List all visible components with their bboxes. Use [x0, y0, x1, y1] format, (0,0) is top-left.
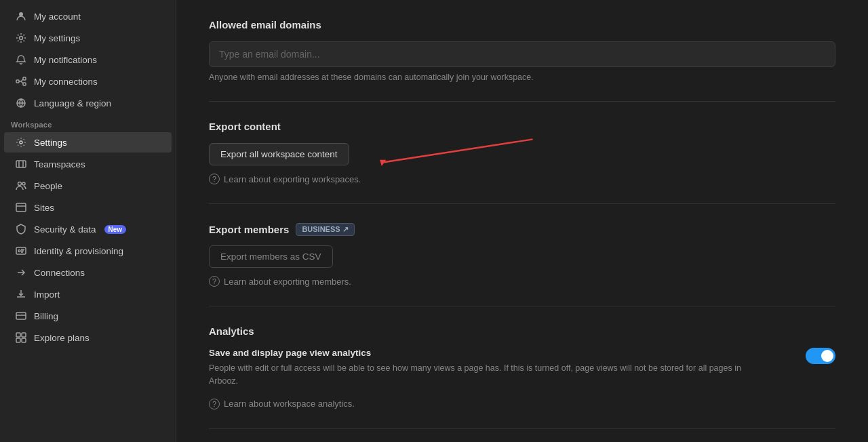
learn-export-members-link[interactable]: ? Learn about exporting members.: [209, 276, 835, 287]
sidebar-item-my-settings[interactable]: My settings: [4, 28, 172, 48]
allowed-email-helper: Anyone with email addresses at these dom…: [209, 73, 835, 82]
export-members-section: Export members BUSINESS ↗ Export members…: [209, 204, 835, 306]
sidebar-item-label: My connections: [34, 77, 98, 87]
analytics-save-desc: People with edit or full access will be …: [209, 362, 765, 388]
globe-icon: [15, 97, 27, 109]
svg-rect-4: [23, 83, 26, 85]
email-domain-input[interactable]: [209, 41, 835, 67]
svg-point-9: [22, 182, 25, 185]
svg-rect-3: [23, 77, 26, 80]
learn-export-workspaces-label: Learn about exporting workspaces.: [224, 174, 361, 184]
sidebar-item-label: Import: [34, 289, 60, 300]
analytics-section: Analytics Save and display page view ana…: [209, 306, 835, 429]
connections-icon: [15, 266, 27, 279]
sidebar-item-my-account[interactable]: My account: [4, 6, 172, 26]
sidebar-item-billing[interactable]: Billing: [4, 306, 172, 326]
question-icon-analytics: ?: [209, 399, 220, 409]
svg-rect-2: [16, 80, 19, 83]
sidebar-item-label: Sites: [34, 203, 54, 213]
bell-icon: [15, 54, 27, 66]
sidebar-item-language-region[interactable]: Language & region: [4, 93, 172, 113]
sidebar-item-identity-provisioning[interactable]: Identity & provisioning: [4, 241, 172, 261]
sidebar-item-import[interactable]: Import: [4, 284, 172, 304]
svg-point-1: [20, 37, 23, 40]
sidebar-item-label: Billing: [34, 311, 58, 321]
import-icon: [15, 288, 27, 300]
sidebar-item-label: My settings: [34, 33, 80, 43]
learn-export-members-label: Learn about exporting members.: [224, 277, 351, 287]
workspace-section-label: Workspace: [0, 114, 176, 132]
allowed-email-section: Allowed email domains Anyone with email …: [209, 0, 835, 102]
export-members-csv-button[interactable]: Export members as CSV: [209, 245, 333, 268]
svg-rect-7: [16, 161, 26, 167]
svg-point-8: [18, 182, 22, 186]
new-badge: New: [104, 225, 127, 234]
sidebar-item-teamspaces[interactable]: Teamspaces: [4, 154, 172, 174]
svg-point-0: [19, 12, 23, 16]
sidebar-item-label: Settings: [34, 138, 67, 148]
sidebar-item-security-data[interactable]: Security & data New: [4, 219, 172, 239]
security-icon: [15, 223, 27, 235]
allowed-email-title: Allowed email domains: [209, 19, 835, 31]
sidebar-item-my-notifications[interactable]: My notifications: [4, 49, 172, 70]
svg-rect-14: [16, 333, 20, 337]
svg-marker-18: [380, 160, 386, 166]
export-content-title: Export content: [209, 121, 835, 132]
billing-icon: [15, 310, 27, 322]
export-workspace-label: Export all workspace content: [220, 149, 338, 159]
sidebar-item-label: My account: [34, 12, 81, 22]
identity-icon: [15, 245, 27, 257]
sidebar-item-settings[interactable]: Settings: [4, 132, 172, 153]
sidebar-item-label: Identity & provisioning: [34, 246, 123, 256]
analytics-row: Save and display page view analytics Peo…: [209, 348, 835, 388]
teamspaces-icon: [15, 158, 27, 170]
learn-analytics-label: Learn about workspace analytics.: [224, 399, 355, 409]
sidebar-item-explore-plans[interactable]: Explore plans: [4, 327, 172, 348]
sidebar-item-label: Security & data: [34, 224, 96, 235]
export-members-title: Export members: [209, 224, 289, 235]
person-icon: [15, 10, 27, 22]
svg-rect-16: [16, 338, 20, 342]
question-icon: ?: [209, 174, 220, 184]
svg-rect-10: [16, 203, 26, 212]
sidebar-item-label: People: [34, 181, 62, 191]
sidebar: My account My settings My notifications …: [0, 0, 176, 442]
sidebar-item-people[interactable]: People: [4, 176, 172, 196]
sidebar-item-label: Language & region: [34, 98, 111, 108]
analytics-save-title: Save and display page view analytics: [209, 348, 765, 358]
sidebar-item-connections[interactable]: Connections: [4, 262, 172, 283]
analytics-text: Save and display page view analytics Peo…: [209, 348, 765, 388]
learn-export-workspaces-link[interactable]: ? Learn about exporting workspaces.: [209, 174, 835, 184]
settings-icon: [15, 32, 27, 44]
export-members-header: Export members BUSINESS ↗: [209, 223, 835, 236]
people-icon: [15, 180, 27, 192]
export-content-section: Export content Export all workspace cont…: [209, 102, 835, 204]
sidebar-item-label: Connections: [34, 268, 85, 278]
toggle-slider: [806, 348, 835, 364]
svg-rect-15: [22, 333, 26, 337]
sidebar-item-my-connections[interactable]: My connections: [4, 71, 172, 92]
explore-icon: [15, 332, 27, 344]
svg-point-12: [18, 250, 20, 252]
business-badge: BUSINESS ↗: [296, 223, 354, 236]
gear-icon: [15, 136, 27, 148]
connection-icon: [15, 75, 27, 87]
main-content: Allowed email domains Anyone with email …: [176, 0, 868, 442]
sidebar-item-label: My notifications: [34, 55, 97, 65]
export-workspace-button[interactable]: Export all workspace content: [209, 143, 349, 165]
svg-rect-17: [22, 338, 26, 342]
svg-rect-13: [16, 313, 26, 319]
analytics-title: Analytics: [209, 325, 835, 337]
learn-analytics-link[interactable]: ? Learn about workspace analytics.: [209, 399, 835, 409]
analytics-toggle[interactable]: [806, 348, 835, 364]
export-members-csv-label: Export members as CSV: [220, 252, 321, 262]
svg-point-6: [20, 141, 22, 144]
arrow-annotation: [317, 136, 548, 174]
sidebar-item-sites[interactable]: Sites: [4, 197, 172, 218]
sidebar-item-label: Teamspaces: [34, 159, 85, 169]
sites-icon: [15, 201, 27, 214]
question-icon-members: ?: [209, 276, 220, 287]
sidebar-item-label: Explore plans: [34, 333, 90, 343]
